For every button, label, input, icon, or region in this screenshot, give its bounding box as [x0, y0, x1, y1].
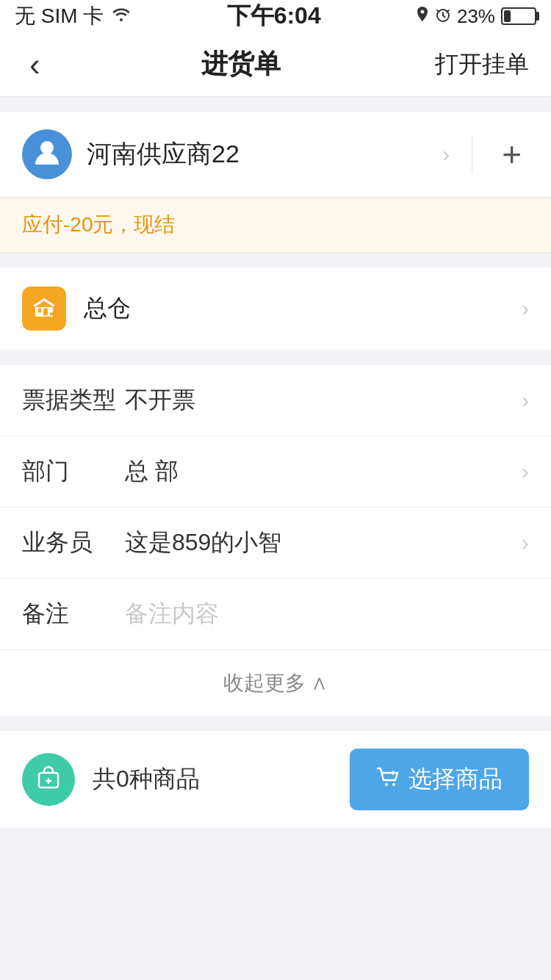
collapse-button[interactable]: 收起更多 ∧ — [0, 649, 551, 716]
invoice-value: 不开票 — [125, 384, 514, 417]
remark-label: 备注 — [22, 598, 125, 630]
svg-point-3 — [385, 783, 388, 786]
section-gap-3 — [0, 350, 551, 364]
select-product-label: 选择商品 — [408, 763, 503, 796]
product-icon — [22, 753, 75, 806]
page-title: 进货单 — [201, 46, 281, 82]
remark-placeholder: 备注内容 — [125, 598, 529, 630]
carrier-label: 无 SIM 卡 — [15, 2, 104, 30]
svg-point-4 — [392, 783, 395, 786]
salesperson-chevron-icon: › — [522, 530, 529, 555]
battery-icon — [501, 7, 536, 25]
select-product-button[interactable]: 选择商品 — [350, 749, 529, 810]
notice-bar: 应付-20元，现结 — [0, 198, 551, 253]
product-bar: 共0种商品 选择商品 — [0, 731, 551, 828]
form-row-salesperson[interactable]: 业务员 这是859的小智 › — [0, 507, 551, 578]
supplier-avatar — [22, 129, 72, 179]
nav-bar: ‹ 进货单 打开挂单 — [0, 32, 551, 97]
department-value: 总 部 — [125, 455, 514, 488]
form-row-invoice[interactable]: 票据类型 不开票 › — [0, 364, 551, 436]
battery-percentage: 23% — [457, 5, 495, 28]
status-right: 23% — [416, 5, 536, 28]
status-time: 下午6:04 — [227, 0, 321, 32]
warehouse-card: 总仓 › — [0, 267, 551, 350]
form-card: 票据类型 不开票 › 部门 总 部 › 业务员 这是859的小智 › 备注 备注… — [0, 364, 551, 716]
invoice-chevron-icon: › — [522, 388, 529, 413]
warehouse-name: 总仓 — [84, 292, 522, 325]
alarm-icon — [435, 5, 451, 28]
form-row-remark[interactable]: 备注 备注内容 — [0, 578, 551, 649]
section-gap-1 — [0, 97, 551, 112]
supplier-card: 河南供应商22 › + 应付-20元，现结 — [0, 112, 551, 253]
supplier-row[interactable]: 河南供应商22 › + — [0, 112, 551, 198]
status-left: 无 SIM 卡 — [15, 2, 132, 30]
department-chevron-icon: › — [522, 459, 529, 484]
divider — [472, 136, 472, 173]
salesperson-label: 业务员 — [22, 527, 125, 559]
svg-point-1 — [40, 141, 54, 154]
department-label: 部门 — [22, 455, 125, 488]
open-pending-button[interactable]: 打开挂单 — [435, 48, 529, 81]
add-supplier-button[interactable]: + — [494, 134, 529, 174]
location-icon — [416, 5, 429, 28]
supplier-chevron-icon: › — [442, 142, 450, 167]
cart-icon — [376, 767, 401, 793]
notice-text: 应付-20元，现结 — [22, 213, 175, 236]
status-bar: 无 SIM 卡 下午6:04 23% — [0, 0, 551, 32]
invoice-label: 票据类型 — [22, 384, 125, 417]
warehouse-icon — [22, 287, 66, 331]
product-count-label: 共0种商品 — [93, 763, 350, 796]
form-row-department[interactable]: 部门 总 部 › — [0, 436, 551, 507]
wifi-icon — [111, 4, 132, 28]
salesperson-value: 这是859的小智 — [125, 527, 514, 559]
back-button[interactable]: ‹ — [22, 39, 48, 90]
avatar-icon — [32, 137, 62, 173]
supplier-name: 河南供应商22 — [87, 137, 442, 171]
section-gap-2 — [0, 253, 551, 267]
collapse-label: 收起更多 ∧ — [223, 671, 328, 694]
warehouse-row[interactable]: 总仓 › — [0, 267, 551, 350]
warehouse-chevron-icon: › — [522, 296, 529, 321]
